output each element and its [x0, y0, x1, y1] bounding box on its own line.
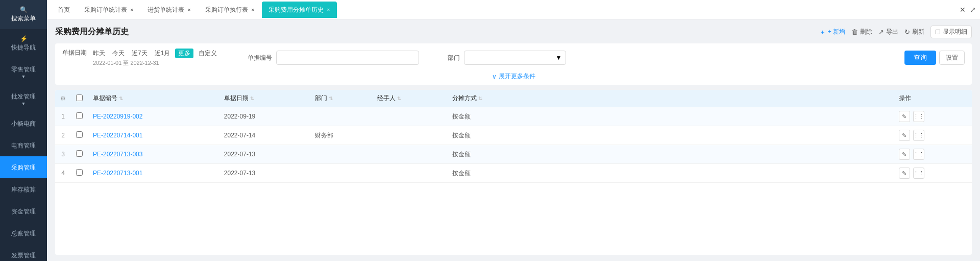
tab-inbound-stats[interactable]: 进货单统计表 × — [141, 2, 197, 18]
tab-purchase-order-stats[interactable]: 采购订单统计表 × — [78, 2, 140, 18]
close-tab-2-icon[interactable]: × — [187, 7, 190, 13]
sidebar: 🔍 搜索菜单 ⚡ 快捷导航 零售管理 ▼ 批发管理 ▼ 小畅电商 电商管理 采购… — [0, 0, 47, 261]
data-table: ⚙ 单据编号⇅ 单据日期⇅ 部门⇅ 经手人⇅ 分摊方式⇅ 操作 1 PE-202… — [55, 90, 972, 183]
row-method-3: 按金额 — [447, 164, 894, 183]
row-more-btn-0[interactable]: ⋮⋮ — [913, 111, 924, 122]
date-1month-btn[interactable]: 近1月 — [153, 49, 173, 58]
sidebar-item-ecommerce-small[interactable]: 小畅电商 — [0, 112, 47, 134]
query-button[interactable]: 查询 — [904, 51, 936, 65]
row-edit-btn-1[interactable]: ✎ — [899, 130, 910, 141]
table-row: 4 PE-20220713-001 2022-07-13 按金额 ✎ ⋮⋮ — [55, 164, 972, 183]
refresh-button[interactable]: ↻ 刷新 — [904, 28, 924, 36]
add-button[interactable]: ＋ + 新增 — [819, 28, 845, 37]
tab-home[interactable]: 首页 — [51, 2, 77, 18]
data-table-wrap: ⚙ 单据编号⇅ 单据日期⇅ 部门⇅ 经手人⇅ 分摊方式⇅ 操作 1 PE-202… — [55, 90, 972, 255]
row-checkbox-2[interactable] — [71, 145, 88, 164]
row-checkbox-1[interactable] — [71, 126, 88, 145]
row-docno-3[interactable]: PE-20220713-001 — [88, 164, 219, 183]
export-button[interactable]: ↗ 导出 — [878, 28, 898, 36]
table-col-method[interactable]: 分摊方式⇅ — [447, 90, 894, 107]
row-num-3: 4 — [55, 164, 71, 183]
date-yesterday-btn[interactable]: 昨天 — [91, 49, 107, 58]
select-all-checkbox[interactable] — [76, 94, 83, 101]
row-handler-3 — [372, 164, 447, 183]
close-tab-4-icon[interactable]: × — [327, 7, 330, 13]
row-date-0: 2022-09-19 — [219, 107, 310, 126]
header-actions: ＋ + 新增 🗑 删除 ↗ 导出 ↻ 刷新 ☐ 显示明细 — [819, 26, 972, 38]
checkbox-icon: ☐ — [935, 29, 941, 36]
close-tab-1-icon[interactable]: × — [130, 7, 133, 13]
row-actions-1: ✎ ⋮⋮ — [894, 126, 972, 145]
row-handler-2 — [372, 145, 447, 164]
table-row: 2 PE-20220714-001 2022-07-14 财务部 按金额 ✎ ⋮… — [55, 126, 972, 145]
table-col-settings[interactable]: ⚙ — [55, 90, 71, 107]
delete-button[interactable]: 🗑 删除 — [851, 28, 872, 36]
date-7days-btn[interactable]: 近7天 — [130, 49, 150, 58]
show-cols-button[interactable]: ☐ 显示明细 — [930, 26, 972, 38]
date-more-btn[interactable]: 更多 — [175, 49, 193, 58]
dept-select[interactable]: ▼ — [464, 51, 566, 65]
filter-area: 单据日期 昨天 今天 近7天 近1月 更多 自定义 2022-01-01 至 2… — [55, 43, 972, 85]
page-title: 采购费用分摊单历史 — [55, 27, 129, 37]
row-dept-1: 财务部 — [310, 126, 372, 145]
row-actions-3: ✎ ⋮⋮ — [894, 164, 972, 183]
row-more-btn-2[interactable]: ⋮⋮ — [913, 149, 924, 160]
row-more-btn-3[interactable]: ⋮⋮ — [913, 168, 924, 179]
close-all-tabs-icon[interactable]: ✕ — [960, 6, 966, 14]
table-row: 1 PE-20220919-002 2022-09-19 按金额 ✎ ⋮⋮ — [55, 107, 972, 126]
sidebar-item-retail[interactable]: 零售管理 ▼ — [0, 58, 47, 85]
sidebar-item-wholesale[interactable]: 批发管理 ▼ — [0, 85, 47, 112]
tab-purchase-cost-history[interactable]: 采购费用分摊单历史 × — [262, 2, 336, 18]
date-range-text: 2022-01-01 至 2022-12-31 — [93, 59, 219, 67]
row-num-2: 3 — [55, 145, 71, 164]
sidebar-item-purchase[interactable]: 采购管理 — [0, 156, 47, 178]
row-docno-0[interactable]: PE-20220919-002 — [88, 107, 219, 126]
sort-docno-icon: ⇅ — [119, 96, 123, 101]
date-custom-btn[interactable]: 自定义 — [197, 49, 219, 58]
sidebar-item-invoice[interactable]: 发票管理 — [0, 244, 47, 261]
row-method-2: 按金额 — [447, 145, 894, 164]
sidebar-item-quicknav[interactable]: ⚡ 快捷导航 — [0, 29, 47, 58]
table-col-date[interactable]: 单据日期⇅ — [219, 90, 310, 107]
sidebar-item-search[interactable]: 🔍 搜索菜单 — [0, 0, 47, 29]
row-checkbox-0[interactable] — [71, 107, 88, 126]
row-edit-btn-2[interactable]: ✎ — [899, 149, 910, 160]
close-tab-3-icon[interactable]: × — [251, 7, 254, 13]
table-header-row: ⚙ 单据编号⇅ 单据日期⇅ 部门⇅ 经手人⇅ 分摊方式⇅ 操作 — [55, 90, 972, 107]
row-handler-0 — [372, 107, 447, 126]
row-num-1: 2 — [55, 126, 71, 145]
table-col-docno[interactable]: 单据编号⇅ — [88, 90, 219, 107]
table-col-checkbox[interactable] — [71, 90, 88, 107]
row-actions-0: ✎ ⋮⋮ — [894, 107, 972, 126]
date-today-btn[interactable]: 今天 — [110, 49, 127, 58]
row-dept-0 — [310, 107, 372, 126]
table-col-actions: 操作 — [894, 90, 972, 107]
maximize-icon[interactable]: ⤢ — [970, 6, 976, 14]
table-body: 1 PE-20220919-002 2022-09-19 按金额 ✎ ⋮⋮ 2 … — [55, 107, 972, 183]
export-icon: ↗ — [878, 28, 884, 36]
row-date-3: 2022-07-13 — [219, 164, 310, 183]
sidebar-item-finance[interactable]: 资金管理 — [0, 200, 47, 222]
row-edit-btn-0[interactable]: ✎ — [899, 111, 910, 122]
chevron-down-icon: ∨ — [492, 73, 497, 80]
expand-more-btn[interactable]: ∨ 展开更多条件 — [62, 71, 965, 82]
sidebar-item-inventory[interactable]: 库存核算 — [0, 178, 47, 200]
row-checkbox-3[interactable] — [71, 164, 88, 183]
row-docno-1[interactable]: PE-20220714-001 — [88, 126, 219, 145]
sidebar-item-ledger[interactable]: 总账管理 — [0, 222, 47, 244]
refresh-icon: ↻ — [904, 28, 910, 36]
row-num-0: 1 — [55, 107, 71, 126]
settings-button[interactable]: 设置 — [939, 51, 965, 65]
table-col-handler[interactable]: 经手人⇅ — [372, 90, 447, 107]
dept-filter-label: 部门 — [448, 54, 460, 62]
row-method-1: 按金额 — [447, 126, 894, 145]
sidebar-item-ecommerce[interactable]: 电商管理 — [0, 134, 47, 156]
docno-input[interactable] — [276, 51, 419, 65]
tab-bar: 首页 采购订单统计表 × 进货单统计表 × 采购订单执行表 × 采购费用分摊单历… — [47, 0, 980, 19]
row-edit-btn-3[interactable]: ✎ — [899, 168, 910, 179]
row-more-btn-1[interactable]: ⋮⋮ — [913, 130, 924, 141]
page-header: 采购费用分摊单历史 ＋ + 新增 🗑 删除 ↗ 导出 ↻ 刷新 — [55, 26, 972, 38]
row-docno-2[interactable]: PE-20220713-003 — [88, 145, 219, 164]
table-col-dept[interactable]: 部门⇅ — [310, 90, 372, 107]
tab-purchase-order-exec[interactable]: 采购订单执行表 × — [199, 2, 261, 18]
